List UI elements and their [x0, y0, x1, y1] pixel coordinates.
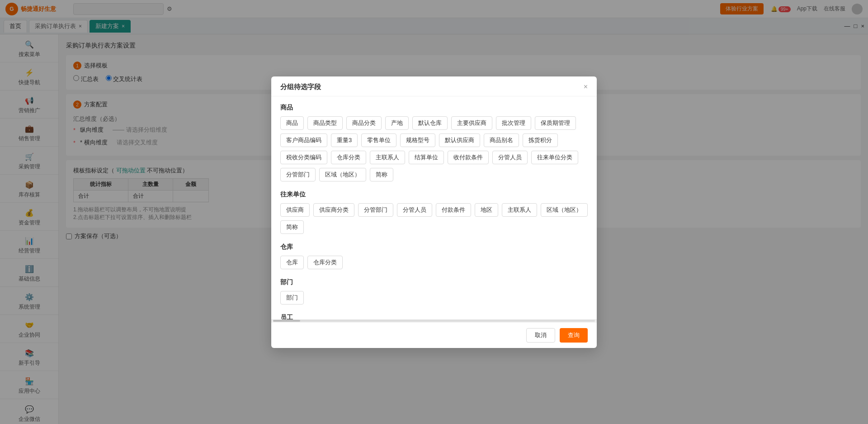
modal-overlay: 分组待选字段 × 商品 商品 商品类型 商品分类 产地 默认仓库 主要供应商 批… [0, 0, 868, 424]
tag-department[interactable]: 部门 [280, 291, 304, 305]
section-title-department: 部门 [280, 278, 588, 286]
tag-supplier-category[interactable]: 供应商分类 [313, 203, 354, 217]
field-selection-modal: 分组待选字段 × 商品 商品 商品类型 商品分类 产地 默认仓库 主要供应商 批… [271, 76, 597, 348]
department-tags: 部门 [280, 291, 588, 305]
section-product: 商品 商品 商品类型 商品分类 产地 默认仓库 主要供应商 批次管理 保质期管理… [280, 104, 588, 181]
section-title-product: 商品 [280, 104, 588, 112]
h-scroll-thumb [273, 320, 300, 322]
modal-footer: 取消 查询 [271, 322, 597, 348]
tag-product-type[interactable]: 商品类型 [307, 116, 343, 130]
tag-product-category[interactable]: 商品分类 [346, 116, 382, 130]
tag-warehouse[interactable]: 仓库 [280, 256, 304, 269]
h-scroll-track [273, 320, 595, 322]
section-warehouse: 仓库 仓库 仓库分类 [280, 243, 588, 269]
section-title-partner: 往来单位 [280, 191, 588, 199]
tag-batch-mgmt[interactable]: 批次管理 [496, 116, 531, 130]
tag-dept-mgmt[interactable]: 分管部门 [280, 168, 316, 181]
tag-payment-condition[interactable]: 付款条件 [436, 203, 471, 217]
tag-area-partner[interactable]: 区域（地区） [541, 203, 588, 217]
tag-spec-model[interactable]: 规格型号 [400, 133, 435, 147]
tag-main-supplier[interactable]: 主要供应商 [451, 116, 492, 130]
product-tags: 商品 商品类型 商品分类 产地 默认仓库 主要供应商 批次管理 保质期管理 客户… [280, 116, 588, 181]
tag-abbr-product[interactable]: 简称 [370, 168, 393, 181]
modal-cancel-button[interactable]: 取消 [526, 328, 555, 343]
modal-confirm-button[interactable]: 查询 [560, 328, 588, 343]
tag-region-product[interactable]: 区域（地区） [319, 168, 366, 181]
tag-product[interactable]: 商品 [280, 116, 304, 130]
tag-dept-partner[interactable]: 分管部门 [358, 203, 393, 217]
modal-title: 分组待选字段 [280, 83, 321, 91]
tag-default-warehouse[interactable]: 默认仓库 [412, 116, 448, 130]
tag-region-partner[interactable]: 地区 [475, 203, 498, 217]
modal-horizontal-scrollbar[interactable] [271, 319, 597, 322]
tag-pick-points[interactable]: 拣货积分 [523, 133, 558, 147]
tag-tax-code[interactable]: 税收分类编码 [280, 151, 327, 164]
tag-customer-code[interactable]: 客户商品编码 [280, 133, 327, 147]
section-partner: 往来单位 供应商 供应商分类 分管部门 分管人员 付款条件 地区 主联系人 区域… [280, 191, 588, 234]
tag-supervisor[interactable]: 分管人员 [492, 151, 528, 164]
tag-origin[interactable]: 产地 [385, 116, 409, 130]
tag-main-contact-partner[interactable]: 主联系人 [502, 203, 537, 217]
tag-quality-period[interactable]: 保质期管理 [535, 116, 576, 130]
tag-warehouse-category[interactable]: 仓库分类 [331, 151, 366, 164]
tag-supplier[interactable]: 供应商 [280, 203, 310, 217]
tag-main-contact[interactable]: 主联系人 [370, 151, 405, 164]
section-title-employee: 员工 [280, 314, 588, 319]
modal-header: 分组待选字段 × [271, 76, 597, 96]
modal-close-button[interactable]: × [584, 83, 588, 91]
partner-tags: 供应商 供应商分类 分管部门 分管人员 付款条件 地区 主联系人 区域（地区） … [280, 203, 588, 234]
tag-retail-unit[interactable]: 零售单位 [361, 133, 396, 147]
warehouse-tags: 仓库 仓库分类 [280, 256, 588, 269]
tag-abbr-partner[interactable]: 简称 [280, 220, 304, 234]
tag-partner-category[interactable]: 往来单位分类 [531, 151, 578, 164]
modal-body[interactable]: 商品 商品 商品类型 商品分类 产地 默认仓库 主要供应商 批次管理 保质期管理… [271, 96, 597, 319]
tag-settlement-unit[interactable]: 结算单位 [409, 151, 444, 164]
section-department: 部门 部门 [280, 278, 588, 305]
tag-warehouse-type[interactable]: 仓库分类 [307, 256, 343, 269]
section-employee: 员工 业务员 [280, 314, 588, 319]
section-title-warehouse: 仓库 [280, 243, 588, 251]
tag-supervisor-partner[interactable]: 分管人员 [397, 203, 432, 217]
tag-default-supplier[interactable]: 默认供应商 [439, 133, 480, 147]
tag-product-alias[interactable]: 商品别名 [484, 133, 519, 147]
tag-payment-terms[interactable]: 收付款条件 [448, 151, 489, 164]
tag-weight3[interactable]: 重量3 [331, 133, 358, 147]
